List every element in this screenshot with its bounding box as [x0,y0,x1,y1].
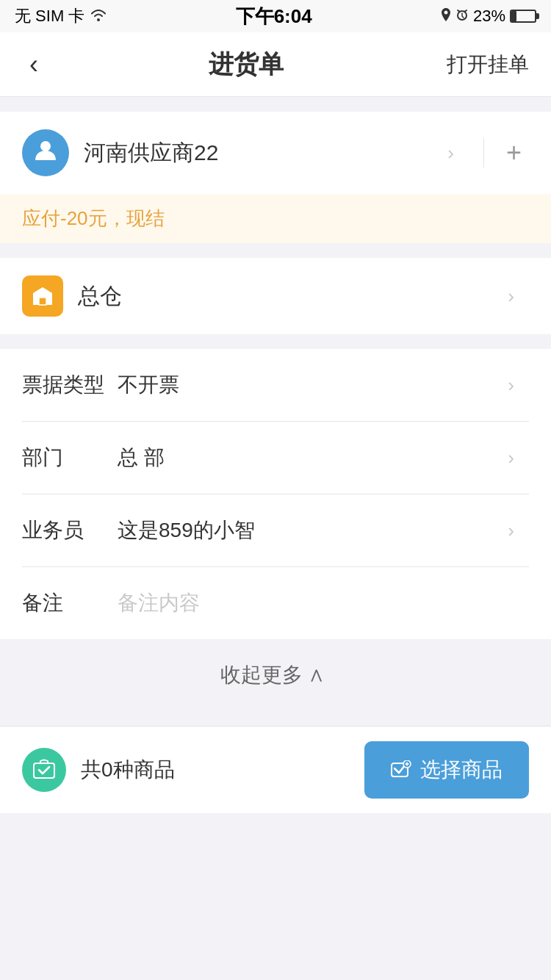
sales-label: 业务员 [22,516,118,544]
svg-point-1 [40,141,51,151]
warehouse-chevron-icon: › [508,285,514,308]
invoice-row[interactable]: 票据类型 不开票 › [0,349,551,421]
invoice-value: 不开票 [118,371,508,399]
status-left: 无 SIM 卡 [15,5,107,27]
warehouse-section: 总仓 › [0,258,551,334]
sales-row[interactable]: 业务员 这是859的小智 › [0,494,551,566]
supplier-row[interactable]: 河南供应商22 › + [0,112,551,194]
select-product-label: 选择商品 [420,756,503,784]
add-button[interactable]: + [499,130,529,176]
supplier-avatar [22,129,69,176]
remark-input[interactable]: 备注内容 [118,589,529,617]
sales-chevron-icon: › [508,519,514,542]
status-bar: 无 SIM 卡 下午6:04 23% [0,0,551,32]
warehouse-name: 总仓 [78,281,508,311]
product-count: 共0种商品 [81,756,364,784]
status-right: 23% [441,7,536,26]
dept-value: 总 部 [118,444,508,472]
chevron-right-icon: › [447,142,454,165]
dept-row[interactable]: 部门 总 部 › [0,422,551,494]
svg-rect-4 [34,763,54,778]
wifi-icon [90,7,107,26]
person-icon [32,137,59,169]
back-button[interactable]: ‹ [22,42,46,87]
form-section: 票据类型 不开票 › 部门 总 部 › 业务员 这是859的小智 › 备注 备注… [0,349,551,639]
collapse-label: 收起更多 ∧ [220,661,325,689]
remark-label: 备注 [22,589,118,617]
product-icon-wrap [22,748,66,792]
section-gap-2 [0,243,551,258]
collapse-row[interactable]: 收起更多 ∧ [0,639,551,711]
supplier-name: 河南供应商22 [84,138,447,168]
battery-icon [510,10,536,23]
bottom-bar: 共0种商品 选择商品 [0,726,551,813]
dept-label: 部门 [22,444,118,472]
select-product-button[interactable]: 选择商品 [364,741,529,799]
svg-rect-2 [39,298,46,305]
battery-text: 23% [473,7,505,26]
page-title: 进货单 [209,48,284,82]
section-gap-4 [0,711,551,726]
sales-value: 这是859的小智 [118,516,508,544]
open-pending-button[interactable]: 打开挂单 [447,51,529,79]
section-gap-1 [0,97,551,112]
section-gap-3 [0,334,551,349]
notice-text: 应付-20元，现结 [22,207,165,229]
warehouse-row[interactable]: 总仓 › [0,258,551,334]
status-time: 下午6:04 [236,4,312,29]
invoice-label: 票据类型 [22,371,118,399]
dept-chevron-icon: › [508,447,514,469]
nav-bar: ‹ 进货单 打开挂单 [0,32,551,97]
supplier-section: 河南供应商22 › + 应付-20元，现结 [0,112,551,243]
alarm-icon [455,7,469,26]
warehouse-icon [22,275,63,317]
invoice-chevron-icon: › [508,374,514,397]
main-background [0,813,551,980]
supplier-divider [483,138,484,167]
notice-bar: 应付-20元，现结 [0,194,551,243]
remark-row[interactable]: 备注 备注内容 [0,567,551,639]
location-icon [441,7,451,26]
carrier-label: 无 SIM 卡 [15,5,84,27]
